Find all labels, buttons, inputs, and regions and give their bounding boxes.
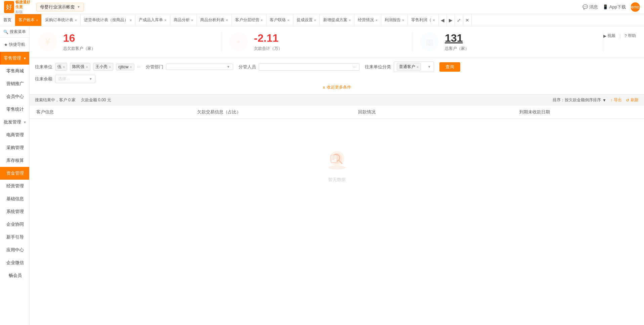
table-header: 客户信息 欠款交易信息（占比） 回款情况 到期未收款日期	[30, 106, 644, 119]
col-due-date: 到期未收款日期	[518, 109, 639, 115]
filter-tag-unit4[interactable]: cjttcw ×	[116, 64, 134, 70]
question-icon: ?	[625, 34, 627, 38]
close-tab-icon[interactable]: ×	[130, 18, 132, 22]
content-area: ¥ 16 总欠款客户（家） ✦ -2.11 欠款合计（	[30, 26, 644, 325]
close-tab-icon[interactable]: ×	[349, 18, 351, 22]
person-select[interactable]: ···	[259, 63, 359, 71]
help-button[interactable]: ? 帮助	[625, 33, 636, 39]
quick-nav-button[interactable]: ★ 快捷导航	[0, 40, 29, 49]
close-tab-icon[interactable]: ×	[36, 18, 38, 22]
remove-category-icon[interactable]: ×	[417, 65, 419, 69]
chevron-up-icon: ∧	[323, 85, 326, 90]
close-tab-icon[interactable]: ×	[164, 18, 166, 22]
video-button[interactable]: ▶ 视频	[603, 33, 615, 39]
logo-icon: 好	[4, 1, 14, 13]
tab-profit-report[interactable]: 利润报告 ×	[381, 14, 408, 26]
sidebar-item-guide[interactable]: 新手引导	[0, 231, 29, 244]
tab-home[interactable]: 首页	[0, 14, 15, 26]
tab-commission-set[interactable]: 提成设置 ×	[293, 14, 320, 26]
sidebar-item-inventory[interactable]: 库存核算	[0, 154, 29, 167]
sidebar-item-retail-shop[interactable]: 零售商城	[0, 65, 29, 77]
tab-product-analysis[interactable]: 商品分析 ×	[170, 14, 197, 26]
dept-select[interactable]: ▼	[166, 64, 233, 70]
filter-tag-unit2[interactable]: 陈民强 ×	[70, 63, 90, 71]
category-select[interactable]: 普通客户 × ▼	[394, 62, 434, 72]
tab-close-all-button[interactable]: ✕	[463, 14, 472, 26]
close-tab-icon[interactable]: ×	[433, 18, 435, 22]
close-tab-icon[interactable]: ×	[226, 18, 228, 22]
filter-row-2: 往来余额 选择... ▼	[35, 75, 639, 83]
filter-more-button[interactable]: ···	[137, 65, 140, 69]
app-download-button[interactable]: 📱 App下载	[603, 4, 626, 10]
close-tab-icon[interactable]: ×	[314, 18, 316, 22]
tab-bar: 首页 客户账本 × 采购订单统计表 × 进货单统计表（按商品） × 产成品入库单…	[0, 14, 644, 26]
tab-next-button[interactable]: ▶	[447, 14, 455, 26]
sidebar-item-enterprise[interactable]: 企业协同	[0, 218, 29, 231]
avatar[interactable]: demo2	[631, 2, 640, 12]
sidebar-quick-nav: ★ 快捷导航	[0, 38, 29, 52]
balance-select[interactable]: 选择... ▼	[55, 75, 95, 83]
tab-purchase-order[interactable]: 采购订单统计表 ×	[42, 14, 80, 26]
close-tab-icon[interactable]: ×	[375, 18, 377, 22]
sidebar-item-member[interactable]: 会员中心	[0, 90, 29, 103]
category-label: 往来单位分类	[365, 64, 391, 70]
sidebar-item-retail[interactable]: 零售管理 ▼	[0, 52, 29, 65]
tab-add-commission[interactable]: 新增提成方案 ×	[320, 14, 354, 26]
sidebar-item-app-center[interactable]: 应用中心	[0, 244, 29, 256]
sidebar-item-ecommerce[interactable]: 电商管理	[0, 129, 29, 141]
refresh-button[interactable]: ↺ 刷新	[626, 97, 639, 103]
chevron-down-icon: ▼	[23, 120, 27, 124]
svg-text:¥: ¥	[45, 36, 50, 46]
close-tab-icon[interactable]: ×	[287, 18, 289, 22]
overdue-amount-label: 欠款合计（万）	[254, 46, 282, 51]
sidebar-item-marketing[interactable]: 营销推广	[0, 77, 29, 90]
account-selector[interactable]: 母婴行业演示帐套 ▼	[36, 3, 84, 11]
overdue-customer-value: 16	[63, 32, 95, 44]
sidebar-item-business[interactable]: 经营管理	[0, 180, 29, 192]
sidebar-item-vip[interactable]: 畅会员	[0, 269, 29, 282]
close-tab-icon[interactable]: ×	[75, 18, 77, 22]
tab-customer-layer[interactable]: 客户分层经营 ×	[232, 14, 266, 26]
message-button[interactable]: 💬 消息	[583, 4, 598, 10]
tab-retail-profit[interactable]: 零售利润（ ×	[408, 14, 438, 26]
tab-prev-button[interactable]: ◀	[439, 14, 447, 26]
total-customer-value[interactable]: 131	[445, 32, 469, 44]
tab-product-inbound[interactable]: 产成品入库单 ×	[135, 14, 170, 26]
sidebar-item-wechat[interactable]: 企业微信	[0, 256, 29, 269]
close-tab-icon[interactable]: ×	[191, 18, 193, 22]
tab-purchase-stat[interactable]: 进货单统计表（按商品） ×	[81, 14, 135, 26]
export-button[interactable]: ↑ 导出	[610, 97, 622, 103]
sidebar-item-finance[interactable]: 资金管理	[0, 167, 29, 180]
building-icon: 🏢	[419, 32, 439, 52]
tab-customer-contact[interactable]: 客户联络 ×	[266, 14, 293, 26]
logo-text: 畅捷通好生意 标版	[15, 0, 34, 14]
tab-business-status[interactable]: 经营情况 ×	[354, 14, 381, 26]
tab-customer-book[interactable]: 客户账本 ×	[15, 14, 42, 26]
sidebar-search-button[interactable]: 🔍 搜索菜单	[0, 26, 29, 38]
tab-product-list[interactable]: 商品分析列表 ×	[197, 14, 231, 26]
dots-icon: ···	[353, 65, 356, 69]
remove-tag-icon[interactable]: ×	[109, 65, 111, 69]
close-tab-icon[interactable]: ×	[402, 18, 404, 22]
remove-tag-icon[interactable]: ×	[63, 65, 65, 69]
stat-info-amount: -2.11 欠款合计（万）	[254, 32, 282, 51]
logo-area: 好 畅捷通好生意 标版	[4, 0, 34, 14]
sort-button[interactable]: 排序：按欠款金额倒序排序 ▼	[553, 97, 606, 103]
collapse-button[interactable]: ∧ 收起更多条件	[35, 84, 639, 90]
remove-tag-icon[interactable]: ×	[130, 65, 132, 69]
sidebar-item-purchase[interactable]: 采购管理	[0, 141, 29, 154]
sidebar-item-retail-stat[interactable]: 零售统计	[0, 103, 29, 116]
sidebar-item-basic-info[interactable]: 基础信息	[0, 192, 29, 205]
total-customer-label: 总客户（家）	[445, 46, 469, 51]
filter-tag-unit3[interactable]: 王小亮 ×	[93, 63, 113, 71]
tab-fullscreen-button[interactable]: ⤢	[455, 14, 463, 26]
close-tab-icon[interactable]: ×	[261, 18, 263, 22]
result-actions: 排序：按欠款金额倒序排序 ▼ ↑ 导出 ↺ 刷新	[553, 97, 639, 103]
filter-tag-unit1[interactable]: 伍 ×	[55, 63, 67, 71]
query-button[interactable]: 查询	[439, 62, 460, 72]
sidebar-item-wholesale[interactable]: 批发管理 ▼	[0, 116, 29, 129]
sidebar-item-system[interactable]: 系统管理	[0, 205, 29, 218]
remove-tag-icon[interactable]: ×	[86, 65, 88, 69]
category-tag[interactable]: 普通客户 ×	[397, 63, 421, 71]
search-result-text: 搜索结果中，客户 0 家 欠款金额 0.00 元	[35, 97, 111, 103]
